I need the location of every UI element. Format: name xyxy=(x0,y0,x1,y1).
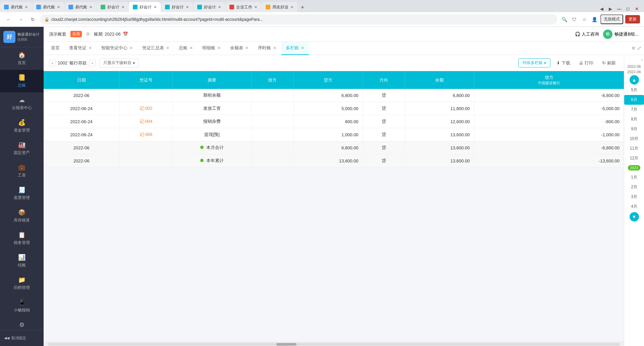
tab-close-3[interactable]: ✕ xyxy=(89,5,92,9)
tab-scroll-right[interactable]: ▶ xyxy=(607,6,614,11)
cell-summary: 本月合计 xyxy=(172,141,251,154)
sidebar-item-invoice[interactable]: 🧾 发票管理 xyxy=(0,182,44,205)
update-button[interactable]: 更新 xyxy=(625,15,640,23)
sidebar-item-ledger[interactable]: 📒 总账 xyxy=(0,70,44,92)
user-area[interactable]: 畅 畅捷通B组... xyxy=(603,30,639,39)
sidebar-item-payroll[interactable]: 💼 工资 xyxy=(0,160,44,182)
scroll-up-button[interactable]: ▲ xyxy=(630,75,639,85)
sidebar-item-cloud[interactable]: ☁ 云报表中心 xyxy=(0,92,44,115)
tab-detail-close[interactable]: ✕ xyxy=(217,46,221,50)
back-button[interactable]: ← xyxy=(4,15,13,24)
expand-icon[interactable]: ⤢ xyxy=(637,45,641,51)
expand-panel-close-icon[interactable]: ✕ xyxy=(631,45,636,51)
calendar-icon[interactable]: 📅 xyxy=(123,32,128,37)
tab-close-7[interactable]: ✕ xyxy=(218,5,221,9)
maximize-button[interactable]: □ xyxy=(625,5,631,12)
account-next-button[interactable]: › xyxy=(89,60,96,66)
panel-expand-icon[interactable]: › xyxy=(641,58,643,62)
scroll-thumb[interactable] xyxy=(276,343,297,346)
no-trace-button[interactable]: 无痕模式 xyxy=(600,14,623,24)
month-jun[interactable]: 6月 xyxy=(624,95,644,105)
browser-tab-4[interactable]: 好会计 ✕ xyxy=(97,2,128,12)
browser-tab-1[interactable]: 易代账 ✕ xyxy=(0,2,32,12)
month-apr[interactable]: 4月 xyxy=(624,202,644,211)
sub-account-filter[interactable]: 只显示下级科目 ▾ xyxy=(100,58,139,67)
tab-journal-close[interactable]: ✕ xyxy=(273,46,276,50)
shield-icon[interactable]: 🛡 xyxy=(570,15,578,23)
month-dec[interactable]: 12月 xyxy=(624,153,644,163)
month-jan[interactable]: 1月 xyxy=(624,172,644,182)
reload-button[interactable]: ↻ xyxy=(28,15,38,24)
tab-general-close[interactable]: ✕ xyxy=(190,46,193,50)
consult-area[interactable]: 🎧 人工咨询 xyxy=(575,31,599,37)
month-jul[interactable]: 7月 xyxy=(624,105,644,114)
sidebar-item-settings[interactable]: ⚙ 基础设置 xyxy=(0,317,44,330)
tab-close-1[interactable]: ✕ xyxy=(25,5,28,9)
tab-close-9[interactable]: ✕ xyxy=(290,5,293,9)
tab-close-2[interactable]: ✕ xyxy=(57,5,60,9)
month-sep[interactable]: 9月 xyxy=(624,124,644,134)
settings-gear-icon[interactable]: ⚙ xyxy=(86,32,90,37)
tab-scroll-left[interactable]: ◀ xyxy=(598,6,605,11)
tab-general-ledger[interactable]: 总账 ✕ xyxy=(174,42,198,55)
browser-tab-7[interactable]: 好会计 ✕ xyxy=(193,2,225,12)
url-bar[interactable]: 🔒 cloud2.chanjet.com/accounting/uh26t264… xyxy=(40,14,557,24)
forward-button[interactable]: → xyxy=(16,15,25,24)
tab-journal[interactable]: 序时账 ✕ xyxy=(253,42,281,55)
month-aug[interactable]: 8月 xyxy=(624,114,644,124)
month-nov[interactable]: 11月 xyxy=(624,144,644,153)
cell-voucher[interactable]: 记-006 xyxy=(119,128,173,141)
sidebar-item-home[interactable]: 🏠 首页 xyxy=(0,47,44,70)
sidebar-item-archive[interactable]: 📁 归档管理 xyxy=(0,272,44,295)
browser-tab-3[interactable]: 易代账 ✕ xyxy=(64,2,96,12)
search-icon[interactable]: 🔍 xyxy=(560,15,568,23)
close-button[interactable]: ✕ xyxy=(633,5,640,12)
tab-smart-voucher[interactable]: 智能凭证中心 ✕ xyxy=(97,42,138,55)
minimize-button[interactable]: — xyxy=(616,5,623,12)
browser-tab-6[interactable]: 好会计 ✕ xyxy=(161,2,193,12)
tab-smart-close[interactable]: ✕ xyxy=(129,46,133,50)
browser-tab-5[interactable]: 好会计 ✕ xyxy=(129,2,161,12)
star-icon[interactable]: ☆ xyxy=(580,15,588,23)
horizontal-scrollbar[interactable] xyxy=(44,342,624,346)
scroll-down-button[interactable]: ▼ xyxy=(630,212,639,221)
browser-tab-2[interactable]: 易代账 ✕ xyxy=(32,2,64,12)
tab-voucher-summary[interactable]: 凭证汇总表 ✕ xyxy=(138,42,174,55)
month-mar[interactable]: 3月 xyxy=(624,192,644,202)
tab-close-6[interactable]: ✕ xyxy=(186,5,189,9)
tab-balance-close[interactable]: ✕ xyxy=(245,46,249,50)
cell-voucher[interactable]: 记-002 xyxy=(119,102,173,115)
sidebar-item-funds[interactable]: 💰 资金管理 xyxy=(0,115,44,137)
tab-close-4[interactable]: ✕ xyxy=(121,5,124,9)
tab-close-5[interactable]: ✕ xyxy=(154,5,157,9)
browser-tab-9[interactable]: 用友好业 ✕ xyxy=(262,2,298,12)
sidebar-item-expense[interactable]: 📱 小畅报销 xyxy=(0,295,44,317)
sidebar-item-closing[interactable]: 📊 结账 xyxy=(0,250,44,272)
account-prev-button[interactable]: ‹ xyxy=(49,60,56,66)
new-tab-button[interactable]: + xyxy=(298,3,307,12)
download-button[interactable]: ⬇ 下载 xyxy=(554,59,573,67)
unpin-button[interactable]: ◀◀ 取消固定 xyxy=(3,334,41,343)
multi-col-button[interactable]: 特殊多栏账 ▾ xyxy=(518,58,550,67)
tab-home[interactable]: 首页 xyxy=(46,42,64,55)
tag-button[interactable]: 装用 xyxy=(70,31,82,37)
browser-tab-8[interactable]: 企业工作 ✕ xyxy=(225,2,261,12)
tab-voucher-close[interactable]: ✕ xyxy=(89,46,92,50)
tab-balance[interactable]: 余额表 ✕ xyxy=(225,42,253,55)
tab-multi-col[interactable]: 多栏账 ✕ xyxy=(281,42,309,55)
sidebar-item-tax[interactable]: 📋 税务管理 xyxy=(0,227,44,250)
tab-detail-ledger[interactable]: 明细账 ✕ xyxy=(198,42,225,55)
tab-close-8[interactable]: ✕ xyxy=(254,5,257,9)
refresh-button[interactable]: ↻ 刷新 xyxy=(599,59,619,67)
cell-voucher[interactable]: 记-004 xyxy=(119,115,173,128)
tab-voucher[interactable]: 查看凭证 ✕ xyxy=(64,42,97,55)
sidebar-item-inventory[interactable]: 📦 库存核算 xyxy=(0,205,44,227)
month-oct[interactable]: 10月 xyxy=(624,134,644,144)
profile-icon[interactable]: 👤 xyxy=(590,15,598,23)
month-feb[interactable]: 2月 xyxy=(624,182,644,192)
print-button[interactable]: 🖨 打印 xyxy=(576,59,596,67)
tab-summary-close[interactable]: ✕ xyxy=(166,46,169,50)
sidebar-item-assets[interactable]: 🏭 固定资产 xyxy=(0,137,44,160)
month-may[interactable]: 5月 xyxy=(624,85,644,95)
tab-multi-close[interactable]: ✕ xyxy=(301,46,304,50)
